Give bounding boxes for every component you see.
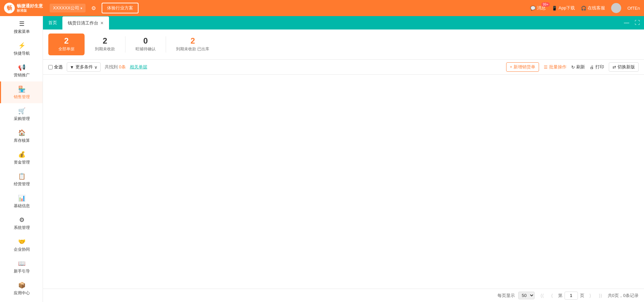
- new-sale-button[interactable]: + 新增销货单: [506, 62, 539, 72]
- stat-overdue-unpaid[interactable]: 2 到期未收款: [85, 34, 125, 55]
- trial-button[interactable]: 体验行业方案: [102, 3, 139, 13]
- next-page-btn[interactable]: ⟩: [586, 292, 594, 300]
- tab-workstation-label: 钱货日清工作台: [68, 20, 98, 26]
- stat-wangwang[interactable]: 0 旺辅待确认: [125, 34, 166, 55]
- stat-all-label: 全部单据: [58, 46, 74, 52]
- tab-bar: 首页 钱货日清工作台 ✕ — ⛶: [43, 16, 644, 29]
- logo-icon: 畅: [4, 3, 15, 13]
- checkbox-input[interactable]: [48, 65, 53, 69]
- sidebar-item-operations[interactable]: 📋 经营管理: [0, 169, 43, 190]
- stat-wangwang-num: 0: [143, 37, 148, 45]
- sidebar-item-guide[interactable]: 📖 新手引导: [0, 256, 43, 278]
- tab-home[interactable]: 首页: [43, 16, 62, 29]
- refresh-icon: ↻: [571, 65, 575, 70]
- page-input[interactable]: [565, 292, 578, 300]
- batch-operation-button[interactable]: ☰ 批量操作: [544, 64, 567, 70]
- app-download-label: App下载: [558, 5, 575, 11]
- cooperation-icon: 🤝: [18, 238, 25, 245]
- marketing-icon: 📢: [18, 64, 25, 71]
- sidebar-item-quick-nav[interactable]: ⚡ 快捷导航: [0, 38, 43, 60]
- sidebar-item-marketing[interactable]: 📢 营销推广: [0, 60, 43, 81]
- company-name: XXXXXX公司: [53, 5, 79, 11]
- refresh-button[interactable]: ↻ 刷新: [571, 64, 585, 70]
- per-page-select[interactable]: 50: [518, 292, 535, 299]
- toolbar: 全选 ▼ 更多条件 ∨ 共找到 0条 相关单据 + 新增销货单 ☰ 批量操作: [43, 60, 644, 75]
- settings-button[interactable]: ⚙: [88, 3, 99, 13]
- finance-icon: 💰: [18, 151, 25, 158]
- online-service-label: 在线客服: [588, 5, 605, 11]
- inventory-icon: 🏠: [18, 129, 25, 136]
- tab-workstation[interactable]: 钱货日清工作台 ✕: [62, 16, 109, 30]
- logo: 畅 畅捷通好生意 标准版: [4, 3, 47, 13]
- sidebar-item-cooperation[interactable]: 🤝 企业协同: [0, 234, 43, 256]
- basic-info-icon: 📊: [18, 194, 25, 202]
- per-page-label: 每页显示: [497, 293, 515, 299]
- sidebar-item-label: 采购管理: [14, 116, 30, 122]
- stats-row: 2 全部单据 2 到期未收款 0 旺辅待确认 2 到期未收款 已出库: [43, 29, 644, 60]
- print-button[interactable]: 🖨 打印: [590, 64, 604, 70]
- stat-all[interactable]: 2 全部单据: [48, 34, 85, 55]
- chevron-down-icon: ▾: [80, 6, 82, 10]
- sidebar-item-label: 企业协同: [14, 247, 30, 252]
- logo-main: 畅捷通好生意: [17, 3, 43, 9]
- sidebar-item-apps[interactable]: 📦 应用中心: [0, 278, 43, 299]
- sidebar-item-purchase[interactable]: 🛒 采购管理: [0, 103, 43, 125]
- switch-version-button[interactable]: ⇄ 切换新版: [609, 62, 639, 72]
- sidebar-item-label: 资金管理: [14, 160, 30, 165]
- select-all-checkbox[interactable]: 全选: [48, 64, 63, 70]
- sidebar-item-sales[interactable]: 🏪 销售管理: [0, 81, 43, 103]
- sidebar-item-label: 新手引导: [14, 268, 30, 274]
- avatar[interactable]: [611, 3, 621, 13]
- app-download-btn[interactable]: 📱 App下载: [552, 5, 575, 11]
- prev-page-btn[interactable]: ⟨: [548, 292, 556, 300]
- company-selector[interactable]: XXXXXX公司 ▾: [50, 4, 86, 12]
- message-badge: 99+: [541, 2, 550, 7]
- tab-bar-actions: — ⛶: [623, 19, 644, 27]
- sidebar-item-label: 快捷导航: [14, 51, 30, 56]
- sidebar-item-search-menu[interactable]: ☰ 搜索菜单: [0, 16, 43, 38]
- apps-icon: 📦: [18, 282, 25, 289]
- tab-maximize-btn[interactable]: ⛶: [633, 19, 641, 27]
- sidebar: ☰ 搜索菜单 ⚡ 快捷导航 📢 营销推广 🏪 销售管理 🛒 采购管理 🏠 库存核…: [0, 16, 43, 302]
- last-page-btn[interactable]: ⟩⟩: [596, 292, 604, 300]
- tab-minimize-btn[interactable]: —: [623, 19, 631, 27]
- footer: 每页显示 50 ⟨⟨ ⟨ 第 页 ⟩ ⟩⟩ 共0页，0条记录: [43, 289, 644, 302]
- stat-overdue-shipped[interactable]: 2 到期未收款 已出库: [166, 34, 219, 55]
- chevron-icon: ∨: [94, 65, 98, 70]
- top-bar-right: 💬 消息 99+ 📱 App下载 🎧 在线客服 OfTEn: [530, 3, 640, 13]
- content-area: 2 全部单据 2 到期未收款 0 旺辅待确认 2 到期未收款 已出库: [43, 29, 644, 302]
- filter-label: 更多条件: [75, 64, 93, 70]
- switch-icon: ⇄: [612, 65, 616, 70]
- print-label: 打印: [595, 64, 604, 70]
- sidebar-item-wechat[interactable]: 💬 企业微信: [0, 299, 43, 302]
- sidebar-item-system[interactable]: ⚙ 系统管理: [0, 212, 43, 234]
- sidebar-item-basic-info[interactable]: 📊 基础信息: [0, 190, 43, 212]
- related-link[interactable]: 相关单据: [130, 64, 147, 70]
- print-icon: 🖨: [590, 65, 594, 70]
- user-name[interactable]: OfTEn: [627, 6, 640, 11]
- sidebar-item-inventory[interactable]: 🏠 库存核算: [0, 125, 43, 147]
- total-records: 共0页，0条记录: [608, 293, 639, 299]
- batch-icon: ☰: [544, 65, 548, 70]
- main-content: 首页 钱货日清工作台 ✕ — ⛶ 2 全部单据 2: [43, 16, 644, 302]
- filter-button[interactable]: ▼ 更多条件 ∨: [67, 62, 101, 72]
- message-btn[interactable]: 💬 消息 99+: [530, 5, 546, 11]
- tab-close-icon[interactable]: ✕: [100, 21, 104, 25]
- online-service-btn[interactable]: 🎧 在线客服: [581, 5, 605, 11]
- page-suffix: 页: [580, 293, 584, 299]
- batch-label: 批量操作: [549, 64, 567, 70]
- sidebar-item-label: 基础信息: [14, 203, 30, 209]
- filter-icon: ▼: [70, 65, 74, 70]
- sidebar-item-finance[interactable]: 💰 资金管理: [0, 147, 43, 169]
- table-area: [43, 75, 644, 289]
- sidebar-item-label: 经营管理: [14, 181, 30, 187]
- sales-icon: 🏪: [18, 85, 25, 93]
- stat-overdue-num: 2: [103, 37, 107, 45]
- layout: ☰ 搜索菜单 ⚡ 快捷导航 📢 营销推广 🏪 销售管理 🛒 采购管理 🏠 库存核…: [0, 16, 644, 302]
- tab-home-label: 首页: [48, 20, 57, 26]
- purchase-icon: 🛒: [18, 107, 25, 115]
- stat-shipped-num: 2: [191, 37, 195, 45]
- first-page-btn[interactable]: ⟨⟨: [538, 292, 546, 300]
- download-icon: 📱: [552, 6, 557, 11]
- guide-icon: 📖: [18, 260, 25, 267]
